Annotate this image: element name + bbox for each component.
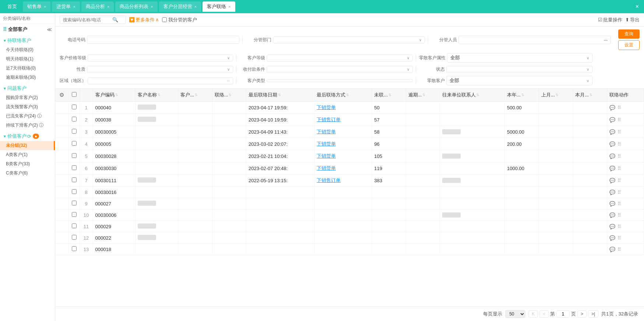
window-close-button[interactable]: × [633,3,641,11]
last-contact-method-link[interactable]: 下销售订单 [317,177,341,183]
tab-sales-close[interactable]: × [44,4,46,9]
sidebar-all-customers[interactable]: ⠿ 全部客户 ≪ [0,24,55,35]
row-checkbox[interactable] [72,117,77,121]
message-icon[interactable]: 💬 [609,235,615,241]
row-checkbox[interactable] [72,129,77,134]
row-checkbox[interactable] [72,153,77,158]
select-all-checkbox[interactable] [72,92,77,97]
sidebar-item-class-b[interactable]: B类客户(33) [0,159,55,169]
th-checkbox[interactable] [68,89,80,102]
filter-phone-input[interactable] [87,36,239,44]
my-customers-check[interactable] [162,17,167,22]
menu-icon[interactable]: ⠿ [617,224,621,229]
tab-analysis[interactable]: 商品分析 × [81,1,114,12]
tab-customer-contact[interactable]: 客户联络 × [203,1,235,12]
th-this-month[interactable]: 本月...⇅ [573,89,607,102]
th-overdue[interactable]: 逾期...⇅ [406,89,440,102]
batch-op-btn[interactable]: ☑ 批量操作 [598,17,622,23]
first-page-btn[interactable]: K [528,310,538,318]
message-icon[interactable]: 💬 [609,105,615,110]
filter-status-select[interactable]: ∨ [446,66,592,73]
tab-purchase-close[interactable]: × [73,4,75,9]
th-settings[interactable]: ⚙ [55,89,68,102]
sidebar-item-hoarding-abnormal[interactable]: 囤购异常客户(2) [0,93,55,102]
th-this-year[interactable]: 本年...⇅ [505,89,539,102]
menu-icon[interactable]: ⠿ [617,105,621,110]
tab-customer-layer[interactable]: 客户分层经营 × [159,1,201,12]
last-contact-method-link[interactable]: 下销货单 [317,129,336,134]
last-contact-method-link[interactable]: 下销货单 [317,153,336,159]
message-icon[interactable]: 💬 [609,201,615,207]
sidebar-collapse-btn[interactable]: ≪ [47,27,52,32]
filter-price-level-select[interactable]: ∨ [88,54,233,61]
sidebar-item-unclassified[interactable]: 未分组(32) [0,141,55,150]
filter-retail-attr-select[interactable]: 全部 ∨ [447,53,592,63]
sidebar-item-churned[interactable]: 已流失客户(24) ⓘ [0,112,55,121]
filter-customer-type-select[interactable] [267,79,413,82]
filter-payment-select[interactable]: ∨ [267,66,413,73]
sidebar-search-input[interactable] [3,16,55,21]
menu-icon[interactable]: ⠿ [617,178,621,183]
message-icon[interactable]: 💬 [609,166,615,171]
sidebar-item-today-pending[interactable]: 今天待联络(0) [0,45,55,54]
tab-home[interactable]: 首页 [3,1,21,12]
last-contact-method-link[interactable]: 下销货单 [317,165,336,171]
row-checkbox[interactable] [72,201,77,205]
sidebar-item-class-c[interactable]: C类客户(6) [0,169,55,178]
tab-customer-contact-close[interactable]: × [228,4,230,9]
th-contact[interactable]: 联络...⇅ [212,89,246,102]
query-button[interactable]: 查询 [618,29,640,39]
export-btn[interactable]: ⬆ 导出 [625,17,640,23]
sidebar-item-overdue-pending[interactable]: 逾期未联络(30) [0,73,55,82]
last-contact-method-link[interactable]: 下销货单 [317,141,336,147]
settings-icon[interactable]: ⚙ [59,92,64,98]
message-icon[interactable]: 💬 [609,141,615,147]
message-icon[interactable]: 💬 [609,247,615,252]
row-checkbox[interactable] [72,189,77,194]
tab-sales[interactable]: 销售单 × [23,1,50,12]
sidebar-group-pending-title[interactable]: ▼ 待联络客户 [0,36,55,45]
tab-customer-layer-close[interactable]: × [194,4,197,9]
menu-icon[interactable]: ⠿ [617,247,621,252]
menu-icon[interactable]: ⠿ [617,141,621,147]
menu-icon[interactable]: ⠿ [617,235,621,241]
row-checkbox[interactable] [72,212,77,217]
sidebar-item-tomorrow-pending[interactable]: 明天待联络(1) [0,54,55,64]
refresh-icon[interactable]: ⟳ [27,134,31,139]
sidebar-group-problem-title[interactable]: ▼ 问题客户 [0,84,55,93]
row-checkbox[interactable] [72,141,77,146]
message-icon[interactable]: 💬 [609,190,615,195]
th-code[interactable]: 客户编码⇅ [93,89,136,102]
more-filters-btn[interactable]: 🔽 更多条件 ∧ [129,17,159,23]
filter-retail-customer-select[interactable]: 全部 ∨ [446,76,592,85]
th-last-date[interactable]: 最后联络日期⇅ [246,89,314,102]
row-checkbox[interactable] [72,105,77,109]
page-size-select[interactable]: 50 100 [505,310,525,318]
th-unit-contact[interactable]: 往来单位联系人⇅ [440,89,505,102]
last-page-btn[interactable]: >| [588,310,598,318]
filter-dept-select[interactable]: ∨ [273,36,425,43]
row-checkbox[interactable] [72,177,77,182]
filter-customer-level-select[interactable]: ∨ [267,54,413,61]
sidebar-item-churn-warning[interactable]: 流失预警客户(3) [0,102,55,112]
row-checkbox[interactable] [72,223,77,228]
menu-icon[interactable]: ⠿ [617,212,621,218]
prev-page-btn[interactable]: < [539,310,549,318]
sidebar-item-7days-pending[interactable]: 近7天待联络(0) [0,64,55,73]
message-icon[interactable]: 💬 [609,129,615,135]
tab-analysis-close[interactable]: × [107,4,109,9]
page-input[interactable] [556,310,570,318]
sidebar-item-declining[interactable]: 持续下滑客户(2) ⓘ [0,121,55,130]
last-contact-method-link[interactable]: 下销售订单 [317,117,341,122]
message-icon[interactable]: 💬 [609,117,615,123]
menu-icon[interactable]: ⠿ [617,190,621,195]
sidebar-group-value-title[interactable]: ▼ 价值客户 ⟳ ● [0,131,55,141]
th-type[interactable]: 客户...⇅ [178,89,212,102]
filter-search-box[interactable]: 🔍 [60,15,126,24]
filter-nature-select[interactable]: ∨ [87,66,233,73]
th-not-contacted[interactable]: 未联...⇅ [372,89,406,102]
menu-icon[interactable]: ⠿ [617,166,621,171]
filter-search-input[interactable] [63,17,111,22]
row-checkbox[interactable] [72,165,77,170]
next-page-btn[interactable]: > [577,310,587,318]
